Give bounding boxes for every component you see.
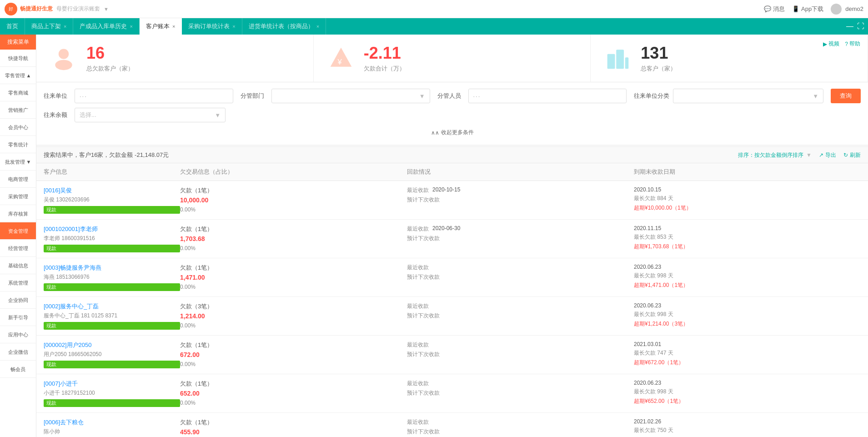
debt-amount-0[interactable]: 10,000.00 [180, 196, 407, 204]
app-download-btn[interactable]: 📱 App下载 [792, 5, 823, 13]
filter-row-1: 往来单位 ··· 分管部门 ▼ 分管人员 ··· [44, 89, 861, 103]
tab-incoming-stats[interactable]: 进货单统计表（按商品） × [242, 18, 326, 35]
tab-close-icon[interactable]: × [232, 24, 235, 29]
customer-name-0[interactable]: [0016]吴俊 [44, 186, 180, 195]
customer-name-2[interactable]: [0003]畅捷服务尹海燕 [44, 264, 180, 272]
balance-placeholder: 选择... [80, 111, 96, 119]
customer-name-3[interactable]: [0002]服务中心_丁磊 [44, 302, 180, 311]
help-btn[interactable]: ? 帮助 [845, 40, 860, 48]
debt-amount-2[interactable]: 1,471.00 [180, 274, 407, 281]
tab-product-history[interactable]: 产成品入库单历史 × [73, 18, 139, 35]
sidebar-item-inventory[interactable]: 库存核算 [0, 205, 36, 222]
tab-home[interactable]: 首页 [0, 18, 25, 35]
overdue-days-0: 最长欠款 884 天 [634, 195, 861, 202]
expiry-date-2: 2020.06.23 [634, 264, 861, 270]
sort-selector[interactable]: 排序：按欠款金额倒序排序 ▼ [738, 151, 812, 159]
overdue-text-4[interactable]: 超期¥672.00（1笔） [634, 359, 861, 367]
person-input[interactable]: ··· [468, 89, 627, 103]
company-name[interactable]: 母婴行业演示账套 [56, 5, 100, 13]
sidebar-item-app-center[interactable]: 应用中心 [0, 326, 36, 343]
app-logo-icon: 好 [5, 3, 17, 15]
video-btn[interactable]: ▶ 视频 [823, 40, 839, 48]
source-unit-input[interactable]: ··· [75, 89, 233, 103]
sidebar-item-business[interactable]: 经营管理 [0, 240, 36, 257]
sidebar-item-newbie[interactable]: 新手引导 [0, 309, 36, 326]
export-btn[interactable]: ↗ 导出 [819, 151, 836, 159]
tab-product-toggle[interactable]: 商品上下架 × [25, 18, 73, 35]
customer-name-1[interactable]: [0001020001]李老师 [44, 225, 180, 233]
customer-name-4[interactable]: [000002]用户2050 [44, 341, 180, 349]
expiry-date-0: 2020.10.15 [634, 186, 861, 193]
tab-close-icon[interactable]: × [316, 24, 319, 29]
svg-point-1 [55, 60, 72, 70]
overdue-text-0[interactable]: 超期¥10,000.00（1笔） [634, 204, 861, 212]
overdue-text-2[interactable]: 超期¥1,471.00（1笔） [634, 281, 861, 289]
sidebar-item-quick-nav[interactable]: 快捷导航 [0, 50, 36, 67]
minimize-icon[interactable]: — [846, 22, 853, 30]
sidebar-item-retail-mgmt[interactable]: 零售管理 ▲ [0, 67, 36, 84]
debt-info-6: 欠款（1笔） 455.90 0.00% [180, 418, 407, 437]
video-icon: ▶ [823, 41, 827, 47]
sidebar-item-member[interactable]: 会员中心 [0, 119, 36, 136]
svg-rect-6 [625, 57, 628, 69]
sidebar-item-corp-collab[interactable]: 企业协同 [0, 291, 36, 309]
maximize-icon[interactable]: ⛶ [857, 22, 864, 30]
recovery-next-6: 预计下次收款 [407, 428, 634, 436]
collapse-button[interactable]: ∧∧ 收起更多条件 [431, 129, 474, 136]
debt-amount-4[interactable]: 672.00 [180, 351, 407, 358]
sidebar-item-marketing[interactable]: 营销推广 [0, 101, 36, 119]
refresh-icon: ↻ [843, 152, 848, 158]
debt-ratio-1: 0.00% [180, 245, 407, 251]
refresh-btn[interactable]: ↻ 刷新 [843, 151, 861, 159]
debt-info-4: 欠款（1笔） 672.00 0.00% [180, 341, 407, 367]
search-button[interactable]: 查询 [831, 89, 861, 103]
tab-purchase-order[interactable]: 采购订单统计表 × [182, 18, 242, 35]
debt-customers-icon [50, 45, 77, 72]
debt-info-2: 欠款（1笔） 1,471.00 0.00% [180, 264, 407, 290]
total-customers-label: 总客户（家） [641, 65, 676, 73]
overdue-text-3[interactable]: 超期¥1,214.00（3笔） [634, 320, 861, 328]
sidebar-item-retail-stats[interactable]: 零售统计 [0, 136, 36, 153]
customer-name-5[interactable]: [0007]小进千 [44, 380, 180, 388]
debt-info-1: 欠款（1笔） 1,703.68 0.00% [180, 225, 407, 251]
overdue-text-1[interactable]: 超期¥1,703.68（1笔） [634, 243, 861, 251]
filter-balance: 往来余额 选择... ▼ [44, 108, 226, 122]
balance-arrow: ▼ [215, 112, 221, 119]
sidebar-item-ecommerce[interactable]: 电商管理 [0, 171, 36, 188]
user-avatar[interactable]: demo2 [831, 4, 863, 15]
sidebar-search[interactable]: 搜索菜单 [0, 35, 36, 50]
sidebar-item-system[interactable]: 系统管理 [0, 274, 36, 291]
sidebar-item-finance[interactable]: 资金管理 [0, 222, 36, 240]
balance-select[interactable]: 选择... ▼ [75, 108, 226, 122]
sidebar-item-corp-wechat[interactable]: 企业微信 [0, 343, 36, 361]
col-header-expiry: 到期未收款日期 [634, 168, 861, 176]
sidebar-item-wholesale-mgmt[interactable]: 批发管理 ▼ [0, 153, 36, 171]
debt-count-2: 欠款（1笔） [180, 264, 407, 272]
app-name: 畅捷通好生意 [20, 5, 53, 13]
sidebar-item-basic-info[interactable]: 基础信息 [0, 257, 36, 274]
sidebar-item-retail-mall[interactable]: 零售商城 [0, 84, 36, 101]
subtitle: ▼ [104, 6, 109, 12]
debt-amount-6[interactable]: 455.90 [180, 428, 407, 436]
nav-tabs: 首页 商品上下架 × 产成品入库单历史 × 客户账本 × 采购订单统计表 × 进… [0, 18, 868, 35]
expiry-info-2: 2020.06.23 最长欠款 998 天 超期¥1,471.00（1笔） [634, 264, 861, 289]
debt-amount-3[interactable]: 1,214.00 [180, 312, 407, 320]
sidebar-item-purchase[interactable]: 采购管理 [0, 188, 36, 205]
customer-name-6[interactable]: [0006]去下粮仓 [44, 418, 180, 427]
filter-person: 分管人员 ··· [437, 89, 627, 103]
tab-customer-account[interactable]: 客户账本 × [140, 18, 182, 35]
sidebar-item-vip[interactable]: 畅会员 [0, 361, 36, 378]
tab-close-icon[interactable]: × [172, 24, 175, 29]
tab-close-icon[interactable]: × [64, 24, 66, 29]
overdue-text-5[interactable]: 超期¥652.00（1笔） [634, 397, 861, 405]
debt-ratio-3: 0.00% [180, 322, 407, 329]
customer-phone-0: 吴俊 13026203696 [44, 196, 180, 204]
unit-category-input[interactable]: ▼ [673, 89, 823, 103]
tab-close-icon[interactable]: × [130, 24, 132, 29]
balance-label: 往来余额 [44, 111, 71, 119]
customer-tag-4: 现款 [44, 361, 180, 368]
dept-input[interactable]: ▼ [271, 89, 430, 103]
debt-amount-5[interactable]: 652.00 [180, 390, 407, 397]
debt-amount-1[interactable]: 1,703.68 [180, 235, 407, 242]
message-btn[interactable]: 💬 消息 [764, 5, 785, 13]
